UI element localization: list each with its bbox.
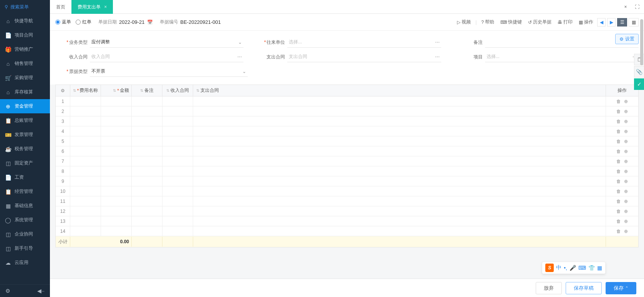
cell-expense-contract[interactable] — [193, 196, 606, 206]
sidebar-item[interactable]: 📄项目合同 — [0, 28, 50, 42]
cell-expense-contract[interactable] — [193, 96, 606, 106]
delete-icon[interactable]: 🗑 — [616, 229, 621, 234]
date-value[interactable]: 2022-09-21 — [119, 19, 145, 25]
delete-icon[interactable]: 🗑 — [616, 139, 621, 144]
income-contract-select[interactable]: 收入合同 ⋯ — [90, 51, 243, 62]
delete-icon[interactable]: 🗑 — [616, 179, 621, 184]
save-draft-button[interactable]: 保存草稿 — [566, 282, 602, 294]
cell-fee-name[interactable] — [70, 136, 101, 146]
delete-icon[interactable]: 🗑 — [616, 169, 621, 174]
gear-icon[interactable]: ⚙ — [56, 85, 70, 96]
invoice-type-select[interactable]: 不开票 ⌄ — [90, 66, 248, 77]
cell-amount[interactable] — [101, 176, 132, 186]
cell-remark[interactable] — [132, 226, 162, 236]
radio-red-bill[interactable]: 红单 — [76, 19, 91, 25]
calendar-icon[interactable]: 📅 — [147, 20, 153, 25]
sidebar-item[interactable]: ⊕资金管理 — [0, 99, 50, 113]
add-row-icon[interactable]: ⊕ — [624, 119, 628, 124]
tab-home[interactable]: 首页 — [50, 0, 71, 14]
sidebar-item[interactable]: ◯系统管理 — [0, 213, 50, 227]
add-row-icon[interactable]: ⊕ — [624, 199, 628, 204]
cell-expense-contract[interactable] — [193, 186, 606, 196]
close-icon[interactable]: × — [104, 4, 107, 10]
cell-amount[interactable] — [101, 186, 132, 196]
sidebar-item[interactable]: ◫新手引导 — [0, 241, 50, 256]
col-remark[interactable]: ⇅备注 — [132, 85, 162, 96]
cell-expense-contract[interactable] — [193, 216, 606, 226]
history-link[interactable]: ↺历史单据 — [526, 19, 554, 25]
cell-income-contract[interactable] — [162, 176, 193, 186]
cell-fee-name[interactable] — [70, 116, 101, 126]
cell-remark[interactable] — [132, 146, 162, 156]
video-link[interactable]: ▷视频 — [455, 19, 473, 25]
cell-amount[interactable] — [101, 156, 132, 166]
cell-fee-name[interactable] — [70, 106, 101, 116]
cell-expense-contract[interactable] — [193, 146, 606, 156]
ime-mic-icon[interactable]: 🎤 — [570, 265, 576, 271]
add-row-icon[interactable]: ⊕ — [624, 99, 628, 104]
add-row-icon[interactable]: ⊕ — [624, 109, 628, 114]
cell-expense-contract[interactable] — [193, 126, 606, 136]
ime-grid-icon[interactable]: ▦ — [597, 265, 602, 271]
cell-expense-contract[interactable] — [193, 116, 606, 126]
cell-amount[interactable] — [101, 136, 132, 146]
operate-link[interactable]: ▦操作 — [576, 19, 596, 25]
cell-amount[interactable] — [101, 146, 132, 156]
cell-amount[interactable] — [101, 116, 132, 126]
table-row[interactable]: 5🗑⊕ — [56, 136, 638, 146]
cell-income-contract[interactable] — [162, 216, 193, 226]
table-row[interactable]: 11🗑⊕ — [56, 196, 638, 206]
cell-income-contract[interactable] — [162, 146, 193, 156]
cell-amount[interactable] — [101, 166, 132, 176]
sidebar-item[interactable]: 📄工资 — [0, 170, 50, 184]
sidebar-item[interactable]: ◫固定资产 — [0, 156, 50, 170]
side-tab-attachment-icon[interactable]: 📎 — [634, 66, 644, 78]
cell-remark[interactable] — [132, 196, 162, 206]
cell-income-contract[interactable] — [162, 156, 193, 166]
ime-keyboard-icon[interactable]: ⌨ — [578, 265, 586, 271]
tab-close-all-icon[interactable]: × — [621, 2, 630, 12]
delete-icon[interactable]: 🗑 — [616, 159, 621, 164]
sidebar-item[interactable]: ⌂库存核算 — [0, 85, 50, 99]
delete-icon[interactable]: 🗑 — [616, 99, 621, 104]
view-list-icon[interactable]: ☰ — [617, 18, 627, 27]
settings-icon[interactable]: ⚙ — [5, 288, 10, 294]
cell-income-contract[interactable] — [162, 226, 193, 236]
expense-contract-select[interactable]: 支出合同 ⋯ — [287, 51, 441, 62]
cell-expense-contract[interactable] — [193, 206, 606, 216]
col-income-contract[interactable]: ⇅收入合同 — [162, 85, 193, 96]
ime-skin-icon[interactable]: 👕 — [588, 265, 595, 271]
sidebar-item[interactable]: 🎫发票管理 — [0, 128, 50, 142]
cell-expense-contract[interactable] — [193, 136, 606, 146]
table-row[interactable]: 2🗑⊕ — [56, 106, 638, 116]
table-row[interactable]: 10🗑⊕ — [56, 186, 638, 196]
sidebar-item[interactable]: ⌂销售管理 — [0, 56, 50, 71]
delete-icon[interactable]: 🗑 — [616, 129, 621, 134]
cell-remark[interactable] — [132, 176, 162, 186]
cell-income-contract[interactable] — [162, 196, 193, 206]
ime-toolbar[interactable]: S 中 •, 🎤 ⌨ 👕 ▦ — [542, 262, 606, 274]
cell-remark[interactable] — [132, 136, 162, 146]
cell-fee-name[interactable] — [70, 216, 101, 226]
cell-income-contract[interactable] — [162, 116, 193, 126]
cell-fee-name[interactable] — [70, 146, 101, 156]
cell-fee-name[interactable] — [70, 96, 101, 106]
col-amount[interactable]: ⇅*金额 — [101, 85, 132, 96]
sidebar-item[interactable]: ◫企业协同 — [0, 227, 50, 241]
cell-remark[interactable] — [132, 216, 162, 226]
table-row[interactable]: 8🗑⊕ — [56, 166, 638, 176]
discard-button[interactable]: 放弃 — [536, 282, 562, 294]
table-row[interactable]: 13🗑⊕ — [56, 216, 638, 226]
cell-expense-contract[interactable] — [193, 156, 606, 166]
table-row[interactable]: 6🗑⊕ — [56, 146, 638, 156]
cell-amount[interactable] — [101, 206, 132, 216]
save-button[interactable]: 保存⌃ — [606, 282, 636, 294]
cell-remark[interactable] — [132, 106, 162, 116]
biz-type-select[interactable]: 应付调整 ⌄ — [90, 37, 243, 48]
add-row-icon[interactable]: ⊕ — [624, 149, 628, 154]
cell-income-contract[interactable] — [162, 126, 193, 136]
delete-icon[interactable]: 🗑 — [616, 189, 621, 194]
radio-blue-bill[interactable]: 蓝单 — [55, 19, 71, 25]
cell-fee-name[interactable] — [70, 156, 101, 166]
tab-expense-form[interactable]: 费用支出单 × — [71, 0, 113, 14]
